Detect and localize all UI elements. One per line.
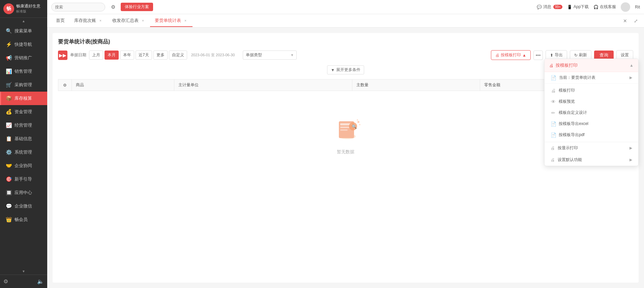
nav-label-sales: 销售管理	[14, 68, 32, 74]
col-header-quantity: 主数量	[352, 79, 480, 91]
nav-label-base: 基础信息	[14, 136, 32, 142]
dropdown-item-template-print[interactable]: 🖨模板打印	[545, 85, 638, 96]
sidebar-item-guide[interactable]: 🎯新手引导	[0, 172, 47, 186]
trial-button[interactable]: 体验行业方案	[121, 3, 153, 11]
dropdown-item-label-template-export-pdf: 按模板导出pdf	[559, 132, 585, 138]
dropdown-item-icon-template-custom: ✏	[551, 110, 556, 116]
date-btn-本年[interactable]: 本年	[120, 51, 134, 60]
chevron-down-small-icon: ▼	[331, 68, 335, 72]
col-header-unit: 主计量单位	[174, 79, 352, 91]
sidebar-item-apps[interactable]: 🔲应用中心	[0, 186, 47, 199]
user-avatar[interactable]	[621, 2, 630, 12]
date-btn-自定义[interactable]: 自定义	[169, 51, 187, 60]
group-arrow-display-print: ▶	[630, 146, 632, 150]
dropdown-group-set-default[interactable]: 🖨设置默认功能▶	[545, 154, 638, 166]
online-service-button[interactable]: 🎧 在线客服	[593, 4, 616, 10]
date-btn-近7天[interactable]: 近7天	[136, 51, 152, 60]
col-header-product: 商品	[72, 79, 174, 91]
nav-icon-inventory: 📦	[6, 95, 12, 101]
sidebar-item-search[interactable]: 🔍搜索菜单	[0, 24, 47, 38]
sidebar-item-base[interactable]: 📋基础信息	[0, 132, 47, 146]
dropdown-item-label-template-custom: 模板自定义设计	[559, 110, 587, 116]
tab-close-receipt-summary[interactable]: ×	[141, 18, 145, 23]
nav-label-search: 搜索菜单	[14, 28, 32, 34]
sidebar-item-marketing[interactable]: 📢营销推广	[0, 51, 47, 65]
svg-point-8	[359, 124, 360, 125]
sidebar-item-purchase[interactable]: 🛒采购管理	[0, 78, 47, 92]
nav-label-inventory: 库存核算	[14, 95, 32, 101]
messages-button[interactable]: 💬 消息 99+	[537, 4, 562, 10]
sidebar-item-inventory[interactable]: 📦库存核算	[0, 92, 47, 105]
sidebar-item-sales[interactable]: 📊销售管理	[0, 65, 47, 78]
volume-icon[interactable]: 🔈	[37, 278, 44, 285]
nav-icon-guide: 🎯	[6, 176, 12, 182]
date-btn-本月[interactable]: 本月	[105, 51, 119, 60]
sidebar-item-quick-nav[interactable]: ⚡快捷导航	[0, 38, 47, 51]
nav-icon-enterprise: 🤝	[6, 163, 12, 169]
dropdown-close-arrow[interactable]: ▲	[630, 63, 634, 68]
headset-icon: 🎧	[593, 5, 598, 9]
nav-icon-base: 📋	[6, 136, 12, 142]
dropdown-group-display-print[interactable]: 🖨按显示打印▶	[545, 142, 638, 154]
tab-order-stats[interactable]: 要货单统计表×	[150, 15, 193, 27]
current-item-arrow: ▶	[630, 75, 632, 80]
gear-button[interactable]: ⚙	[109, 3, 117, 11]
dropdown-item-template-preview[interactable]: 👁模板预览	[545, 96, 638, 107]
chevron-down-icon: ▼	[290, 53, 294, 57]
sidebar-scroll-top[interactable]: ▲	[0, 18, 47, 24]
tab-close-all-button[interactable]: ✕	[621, 17, 629, 25]
expand-filter-button[interactable]: ▶▶	[58, 51, 67, 60]
date-btn-上月[interactable]: 上月	[89, 51, 103, 60]
top-header: ⚙ 体验行业方案 💬 消息 99+ 📱 App下载 🎧 在线客服 Rit	[47, 0, 644, 14]
chevron-up-icon: ▲	[522, 53, 526, 58]
tab-close-inventory-batch[interactable]: ×	[98, 18, 103, 23]
app-download-button[interactable]: 📱 App下载	[567, 4, 589, 10]
header-right: 💬 消息 99+ 📱 App下载 🎧 在线客服 Rit	[537, 2, 640, 12]
tab-bar-actions: ✕ ⤢	[621, 17, 640, 25]
sidebar-item-operations[interactable]: 📈经营管理	[0, 119, 47, 132]
nav-label-member: 畅会员	[14, 217, 28, 223]
nav-icon-finance: 💰	[6, 109, 12, 115]
date-btn-更多[interactable]: 更多	[153, 51, 168, 60]
dropdown-item-template-export-excel[interactable]: 📄按模板导出excel	[545, 118, 638, 129]
group-icon-set-default: 🖨	[551, 157, 555, 162]
dropdown-item-template-custom[interactable]: ✏模板自定义设计	[545, 107, 638, 118]
date-filter-group: 上月本月本年近7天更多自定义	[89, 51, 187, 60]
nav-icon-marketing: 📢	[6, 55, 12, 61]
tab-close-order-stats[interactable]: ×	[183, 18, 188, 23]
tab-inventory-batch[interactable]: 库存批次账×	[69, 15, 108, 27]
expand-more-button[interactable]: ▼ 展开更多条件	[327, 65, 364, 74]
dropdown-item-icon-template-export-pdf: 📄	[551, 132, 556, 138]
sidebar-item-member[interactable]: 👑畅会员	[0, 213, 47, 226]
sidebar-bottom: ⚙ 🔈	[0, 275, 47, 288]
nav-icon-system: ⚙️	[6, 149, 12, 155]
sidebar-scroll-bottom[interactable]: ▼	[0, 268, 47, 275]
empty-illustration: 🔍	[329, 111, 362, 145]
nav-icon-sales: 📊	[6, 68, 12, 74]
settings-icon[interactable]: ⚙	[3, 278, 8, 285]
nav-icon-purchase: 🛒	[6, 82, 12, 88]
tab-maximize-button[interactable]: ⤢	[632, 17, 640, 25]
global-search-input[interactable]	[51, 3, 105, 11]
sidebar-item-enterprise[interactable]: 🤝企业协同	[0, 159, 47, 172]
header-left: ⚙ 体验行业方案	[51, 3, 153, 11]
tab-home[interactable]: 首页	[51, 15, 69, 27]
sidebar-item-finance[interactable]: 💰资金管理	[0, 105, 47, 119]
order-type-select[interactable]: 单据类型 ▼	[243, 51, 297, 60]
print-template-button[interactable]: 🖨 按模板打印 ▲	[491, 50, 531, 60]
sidebar-item-system[interactable]: ⚙️系统管理	[0, 146, 47, 159]
nav-label-operations: 经营管理	[14, 122, 32, 128]
tab-receipt-summary[interactable]: 收发存汇总表×	[108, 15, 150, 27]
svg-text:🔍: 🔍	[352, 124, 357, 129]
dropdown-item-template-export-pdf[interactable]: 📄按模板导出pdf	[545, 129, 638, 140]
nav-label-system: 系统管理	[14, 149, 32, 155]
group-label-set-default: 设置默认功能	[558, 157, 582, 163]
svg-rect-3	[340, 127, 350, 128]
sidebar-logo: 畅 畅康通好生意 标准版	[0, 0, 47, 18]
more-actions-button[interactable]: •••	[533, 51, 543, 60]
dropdown-current-item[interactable]: 📄 当前：要货单统计表 ▶	[545, 72, 638, 84]
sidebar-nav: 🔍搜索菜单⚡快捷导航📢营销推广📊销售管理🛒采购管理📦库存核算💰资金管理📈经营管理…	[0, 24, 47, 268]
sidebar-item-wecom[interactable]: 💬企业微信	[0, 199, 47, 213]
app-logo-icon: 畅	[3, 3, 14, 14]
dropdown-items: 🖨模板打印👁模板预览✏模板自定义设计📄按模板导出excel📄按模板导出pdf	[545, 84, 638, 142]
